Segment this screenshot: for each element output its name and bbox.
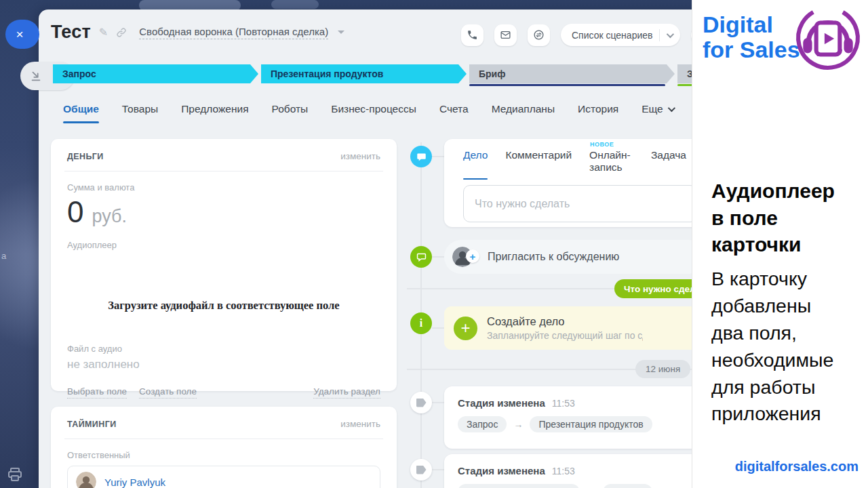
select-field-link[interactable]: Выбрать поле [67, 386, 127, 399]
composer-tab-comment[interactable]: Комментарий [505, 149, 572, 180]
close-slider-button[interactable]: × [5, 20, 39, 49]
timeline-connector [432, 156, 444, 157]
stage-presentation[interactable]: Презентация продуктов [261, 64, 467, 83]
composer-tab-label: Онлайн-запись [589, 149, 631, 173]
promo-body-line: необходимые [711, 347, 867, 374]
timeline-separator [407, 288, 614, 289]
chevron-down-icon [667, 30, 674, 37]
active-tab-underline [463, 178, 488, 180]
stage-from-pill: Презентация продуктов [458, 484, 580, 488]
divider [659, 29, 660, 41]
tab-general[interactable]: Общие [63, 103, 99, 123]
audioplayer-field-label: Аудиоплеер [67, 240, 380, 250]
stage-change-icon [410, 392, 432, 413]
invite-to-discussion-row[interactable]: + Пригласить к обсуждению [444, 240, 705, 274]
promo-heading: Аудиоплеер в поле карточки [711, 178, 861, 258]
stage-brief[interactable]: Бриф [469, 64, 675, 83]
avatar: + [452, 247, 473, 267]
brand-line: for Sales [703, 37, 800, 62]
promo-body: В карточку добавлены два поля, необходим… [711, 266, 867, 428]
chevron-down-icon [338, 30, 344, 34]
chat-button[interactable] [528, 24, 550, 46]
date-chip: 12 июня [635, 360, 690, 378]
money-section-card: ДЕНЬГИ изменить Сумма и валюта 0 руб. Ау… [51, 139, 397, 391]
event-time: 11:53 [552, 398, 575, 409]
phone-icon [467, 29, 478, 41]
responsible-field-label: Ответственный [67, 450, 380, 460]
audioplayer-empty-message: Загрузите аудиофайл в соответствующее по… [67, 299, 380, 312]
create-deal-title: Создайте дело [487, 315, 643, 328]
stage-label: Бриф [469, 64, 675, 83]
backdrop-text-fragment: a [1, 251, 6, 261]
chat-exchange-icon [533, 29, 545, 41]
brand-name: Digital for Sales [703, 12, 800, 62]
responsible-user-box[interactable]: Yuriy Pavlyuk [67, 466, 380, 488]
envelope-icon [500, 29, 511, 41]
app-root: a × Тест ✎ Свободная воронка (Повтор [0, 0, 868, 488]
composer-tab-online-record[interactable]: НОВОЕ Онлайн-запись [589, 149, 633, 180]
tab-mediaplans[interactable]: Медиапланы [492, 103, 555, 115]
composer-tab-task[interactable]: Задача [651, 149, 686, 180]
discussion-section-icon [410, 246, 432, 268]
tab-offers[interactable]: Предложения [181, 103, 248, 115]
edit-timings-link[interactable]: изменить [340, 419, 380, 429]
promo-heading-line: карточки [711, 231, 861, 258]
event-title: Стадия изменена [458, 397, 545, 409]
stage-underline [469, 84, 665, 86]
stage-glyph-icon [416, 466, 427, 474]
tab-more[interactable]: Еще [642, 103, 673, 115]
tab-label: Общие [63, 103, 99, 115]
edit-title-icon[interactable]: ✎ [99, 26, 108, 39]
timeline-composer-card: Дело Комментарий НОВОЕ Онлайн-запись Зад… [444, 139, 705, 227]
stage-to-pill: Презентация продуктов [530, 416, 652, 432]
delete-section-link[interactable]: Удалить раздел [313, 386, 380, 399]
timeline-connector [432, 469, 444, 470]
tab-invoices[interactable]: Счета [439, 103, 469, 115]
tab-label: Роботы [272, 103, 309, 115]
add-user-plus-icon: + [466, 249, 479, 263]
todo-input[interactable] [463, 185, 697, 222]
section-title: ДЕНЬГИ [67, 152, 104, 161]
tab-label: Товары [122, 103, 158, 115]
stage-from-pill: Запрос [458, 416, 507, 432]
tab-label: Счета [439, 103, 469, 115]
active-tab-underline [63, 121, 99, 123]
amount-value: 0 [67, 195, 83, 229]
info-section-icon: i [410, 312, 432, 334]
new-badge: НОВОЕ [590, 141, 614, 148]
amount-currency: руб. [92, 206, 126, 227]
deal-title: Тест [51, 22, 91, 43]
scenarios-dropdown[interactable]: Список сценариев [561, 24, 680, 46]
amount-value-row[interactable]: 0 руб. [67, 195, 380, 229]
tab-robots[interactable]: Роботы [272, 103, 309, 115]
call-button[interactable] [461, 24, 484, 46]
stage-zapros[interactable]: Запрос [53, 64, 258, 83]
create-field-link[interactable]: Создать поле [139, 386, 197, 399]
promo-body-line: В карточку [711, 266, 867, 293]
create-deal-hint-card[interactable]: + Создайте дело Запланируйте следующий ш… [444, 306, 705, 350]
divider [64, 439, 383, 439]
printer-icon[interactable] [7, 466, 23, 483]
chat-bubble-icon [416, 152, 427, 162]
responsible-user-name[interactable]: Yuriy Pavlyuk [104, 476, 165, 488]
funnel-selector[interactable]: Свободная воронка (Повторная сделка) [139, 26, 328, 39]
plus-icon: + [454, 317, 477, 340]
edit-money-link[interactable]: изменить [340, 151, 380, 161]
tab-label: История [578, 103, 618, 115]
promo-body-line: для работы [711, 374, 867, 401]
tab-products[interactable]: Товары [122, 103, 158, 115]
stage-glyph-icon [416, 399, 427, 407]
tab-history[interactable]: История [578, 103, 618, 115]
invite-label: Пригласить к обсуждению [488, 251, 619, 263]
copy-link-icon[interactable] [116, 27, 127, 38]
close-icon: × [16, 27, 23, 42]
avatar [76, 472, 96, 488]
stage-label: Презентация продуктов [261, 64, 467, 83]
tab-business-processes[interactable]: Бизнес-процессы [331, 103, 416, 115]
composer-tab-deal[interactable]: Дело [463, 149, 488, 180]
scenarios-label: Список сценариев [572, 30, 652, 41]
promo-panel: Digital for Sales Аудиоплеер в поле карт… [692, 0, 868, 488]
email-button[interactable] [494, 24, 517, 46]
deal-tabs: Общие Товары Предложения Роботы Бизнес-п… [63, 103, 673, 123]
info-icon: i [420, 317, 422, 329]
